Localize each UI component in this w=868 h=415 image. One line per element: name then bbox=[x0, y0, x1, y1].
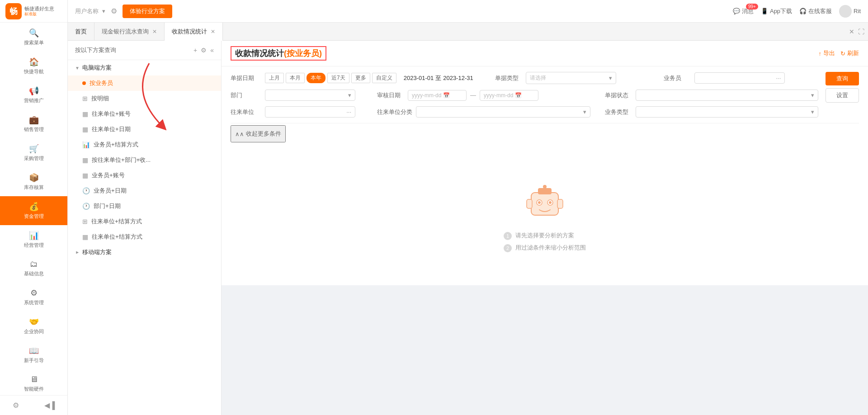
page-body: 按以下方案查询 + ⚙ « ▼ 电脑端方案 bbox=[68, 41, 868, 415]
scheme-collapse-btn[interactable]: « bbox=[210, 47, 214, 54]
category-mobile-arrow: ▼ bbox=[75, 250, 80, 255]
date-btn-this-year[interactable]: 本年 bbox=[307, 73, 326, 83]
query-button[interactable]: 查询 bbox=[826, 72, 859, 85]
sidebar-item-system[interactable]: ⚙ 系统管理 bbox=[0, 283, 67, 311]
date-range: 2023-01-01 至 2023-12-31 bbox=[404, 74, 473, 82]
collapse-bar: ∧∧ 收起更多条件 bbox=[231, 123, 859, 144]
sidebar-item-enterprise[interactable]: 🤝 企业协同 bbox=[0, 311, 67, 340]
biz-type-arrow: ▾ bbox=[811, 108, 814, 115]
sidebar-item-purchase[interactable]: 🛒 采购管理 bbox=[0, 138, 67, 167]
dept-select[interactable]: ▾ bbox=[265, 90, 355, 101]
filter-panel: 单据日期 上月 本月 本年 近7天 更多 自定义 bbox=[222, 66, 868, 150]
sidebar-item-hardware[interactable]: 🖥 智能硬件 bbox=[0, 369, 67, 395]
staff-date-icon: 🕐 bbox=[82, 187, 90, 194]
scheme-item-unit-account[interactable]: ▦ 往来单位+账号 bbox=[68, 106, 221, 122]
tab-receipt-close[interactable]: ✕ bbox=[211, 28, 215, 35]
date-buttons: 上月 本月 本年 近7天 更多 自定义 bbox=[265, 73, 396, 83]
svg-rect-8 bbox=[557, 199, 563, 208]
date-btn-7days[interactable]: 近7天 bbox=[327, 73, 349, 83]
sidebar-item-basic[interactable]: 🗂 基础信息 bbox=[0, 254, 67, 283]
sidebar-item-operation[interactable]: 📊 经营管理 bbox=[0, 225, 67, 254]
scheme-settings-btn[interactable]: ⚙ bbox=[201, 47, 207, 54]
scheme-item-dept-date[interactable]: 🕐 部门+日期 bbox=[68, 198, 221, 214]
date-btn-more[interactable]: 更多 bbox=[351, 73, 370, 83]
scheme-item-by-detail[interactable]: ⊞ 按明细 bbox=[68, 91, 221, 106]
solution-button[interactable]: 体验行业方案 bbox=[123, 5, 172, 18]
brand-text: 用户名称 bbox=[75, 7, 99, 15]
sidebar-item-sales[interactable]: 💼 销售管理 bbox=[0, 109, 67, 138]
filter-settings-button[interactable]: 设置 bbox=[826, 88, 859, 103]
sidebar-settings-btn[interactable]: ⚙ bbox=[13, 401, 19, 410]
tab-home[interactable]: 首页 bbox=[68, 23, 94, 41]
sidebar-item-finance[interactable]: 💰 资金管理 bbox=[0, 196, 67, 225]
review-date-to[interactable]: yyyy-mm-dd 📅 bbox=[480, 90, 538, 101]
scheme-item-staff-date[interactable]: 🕐 业务员+日期 bbox=[68, 183, 221, 198]
scheme-item-staff-settle[interactable]: 📊 业务员+结算方式 bbox=[68, 137, 221, 152]
online-service-item[interactable]: 🎧 在线客服 bbox=[799, 7, 832, 15]
doc-status-label: 单据状态 bbox=[605, 91, 632, 99]
collapse-button[interactable]: ∧∧ 收起更多条件 bbox=[231, 125, 286, 142]
doc-type-select[interactable]: 请选择 ▾ bbox=[526, 72, 616, 84]
date-btn-last-month[interactable]: 上月 bbox=[265, 73, 284, 83]
date-label: 单据日期 bbox=[231, 74, 258, 82]
category-mobile-header[interactable]: ▼ 移动端方案 bbox=[68, 245, 221, 260]
scheme-item-unit-date[interactable]: ▦ 往来单位+日期 bbox=[68, 122, 221, 137]
tab-close-all-btn[interactable]: ✕ bbox=[849, 28, 854, 35]
date-btn-this-month[interactable]: 本月 bbox=[286, 73, 305, 83]
review-date-label: 审核日期 bbox=[377, 91, 404, 99]
sidebar-item-quicknav[interactable]: 🏠 快捷导航 bbox=[0, 52, 67, 80]
export-button[interactable]: ↑ 导出 bbox=[819, 49, 835, 57]
left-panel-header: 按以下方案查询 + ⚙ « bbox=[68, 41, 221, 60]
svg-point-2 bbox=[543, 185, 547, 189]
unit-category-select[interactable]: ▾ bbox=[416, 106, 590, 118]
scheme-item-unit-settle1[interactable]: ⊞ 往来单位+结算方式 bbox=[68, 214, 221, 229]
service-icon: 🎧 bbox=[799, 8, 807, 14]
refresh-button[interactable]: ↻ 刷新 bbox=[840, 49, 859, 57]
user-avatar[interactable]: Rit bbox=[839, 5, 861, 18]
tab-receipt[interactable]: 收款情况统计 ✕ bbox=[165, 23, 223, 41]
sidebar-item-guide[interactable]: 📖 新手引导 bbox=[0, 340, 67, 369]
review-date-to-cal[interactable]: 📅 bbox=[515, 92, 522, 99]
messages-item[interactable]: 💬 消息 99+ bbox=[733, 7, 754, 15]
scheme-item-by-staff[interactable]: 按业务员 bbox=[68, 75, 221, 91]
scheme-add-btn[interactable]: + bbox=[193, 47, 197, 54]
review-date-from[interactable]: yyyy-mm-dd 📅 bbox=[408, 90, 467, 101]
scheme-item-unit-dept[interactable]: ▦ 按往来单位+部门+收... bbox=[68, 152, 221, 168]
sidebar-item-search[interactable]: 🔍 搜索菜单 bbox=[0, 23, 67, 52]
sidebar-collapse-btn[interactable]: ◀▐ bbox=[44, 401, 55, 410]
doc-type-label: 单据类型 bbox=[495, 74, 522, 82]
tab-expand-btn[interactable]: ⛶ bbox=[858, 28, 864, 35]
staff-account-icon: ▦ bbox=[82, 172, 88, 179]
content-area: 1 请先选择要分析的方案 2 用过滤条件来缩小分析范围 bbox=[222, 150, 868, 285]
category-desktop-header[interactable]: ▼ 电脑端方案 bbox=[68, 60, 221, 75]
empty-tips: 1 请先选择要分析的方案 2 用过滤条件来缩小分析范围 bbox=[504, 231, 586, 256]
svg-point-6 bbox=[549, 201, 552, 204]
brand-dropdown-icon[interactable]: ▾ bbox=[102, 8, 105, 14]
filter-row-3: 往来单位 ··· 往来单位分类 ▾ bbox=[231, 106, 818, 118]
scheme-item-unit-settle2[interactable]: ▦ 往来单位+结算方式 bbox=[68, 229, 221, 245]
date-btn-custom[interactable]: 自定义 bbox=[372, 73, 396, 83]
empty-tip-1: 1 请先选择要分析的方案 bbox=[504, 231, 586, 240]
review-date-from-cal[interactable]: 📅 bbox=[443, 92, 450, 99]
dept-label: 部门 bbox=[231, 91, 258, 99]
operation-icon: 📊 bbox=[29, 231, 39, 241]
collapse-icon: ∧∧ bbox=[235, 131, 244, 137]
sidebar-item-marketing[interactable]: 📢 营销推广 bbox=[0, 80, 67, 109]
empty-tip-2: 2 用过滤条件来缩小分析范围 bbox=[504, 244, 586, 252]
biz-type-select[interactable]: ▾ bbox=[636, 106, 818, 118]
page-title: 收款情况统计(按业务员) bbox=[231, 46, 326, 61]
tab-bank[interactable]: 现金银行流水查询 ✕ bbox=[94, 23, 165, 41]
app-download-item[interactable]: 📱 App下载 bbox=[761, 7, 792, 15]
tab-bank-close[interactable]: ✕ bbox=[152, 28, 157, 35]
topbar: 用户名称 ▾ ⚙ 体验行业方案 💬 消息 99+ 📱 App下载 🎧 在线客服 bbox=[68, 0, 868, 23]
marketing-icon: 📢 bbox=[29, 86, 39, 96]
doc-status-select[interactable]: ▾ bbox=[636, 90, 818, 101]
sidebar-item-inventory[interactable]: 📦 库存核算 bbox=[0, 167, 67, 196]
empty-state: 1 请先选择要分析的方案 2 用过滤条件来缩小分析范围 bbox=[504, 179, 586, 256]
unit-select[interactable]: ··· bbox=[265, 106, 355, 118]
scheme-item-staff-account[interactable]: ▦ 业务员+账号 bbox=[68, 168, 221, 183]
unit-more-btn[interactable]: ··· bbox=[346, 108, 351, 115]
tabs-bar: 首页 现金银行流水查询 ✕ 收款情况统计 ✕ ✕ ⛶ bbox=[68, 23, 868, 41]
staff-select[interactable]: ··· bbox=[694, 72, 785, 84]
topbar-settings-icon[interactable]: ⚙ bbox=[111, 7, 117, 15]
